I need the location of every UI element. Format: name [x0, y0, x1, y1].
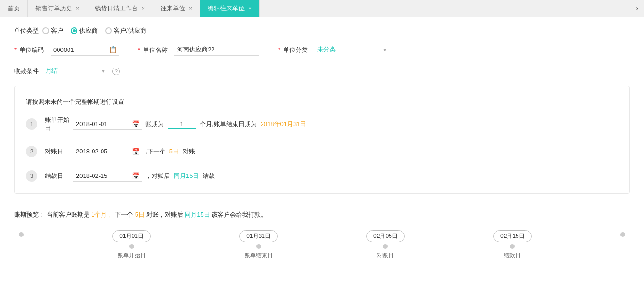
- preview-text: 账期预览： 当前客户账期是 1个月， 下一个 5日 对账，对账后 同月15日 该…: [14, 211, 630, 219]
- payment-day-date-wrapper: 📅: [73, 170, 142, 182]
- billing-start-row: 1 账单开始日 📅 账期为 个月,账单结束日期为 2018年01月31日: [26, 116, 618, 133]
- timeline-label-3: 对账日: [377, 252, 394, 260]
- reconcile-date-wrapper: 📅: [73, 146, 142, 157]
- timeline-start-node: [19, 230, 24, 237]
- preview-text-after: 该客户会给我打款。: [212, 211, 267, 218]
- preview-text-mid: 下一个: [115, 211, 133, 218]
- reconcile-date-input[interactable]: [73, 146, 130, 157]
- unit-code-input[interactable]: [51, 44, 107, 55]
- row-num-3: 3: [26, 170, 37, 182]
- payment-day-content: 📅 ，对账后 同月15日 结款: [73, 170, 215, 182]
- timeline-start-dot: [19, 232, 24, 237]
- preview-highlight1: 1个月，: [91, 211, 113, 218]
- timeline-node-4: 02月15日 结款日: [493, 230, 532, 260]
- timeline-connector-4: [532, 238, 620, 238]
- unit-code-required-star: *: [14, 46, 17, 53]
- close-tab-edit-partner[interactable]: ×: [248, 5, 252, 12]
- timeline-pill-4: 02月15日: [493, 230, 532, 242]
- reconcile-prefix: ,下一个: [145, 147, 166, 156]
- tab-edit-partner[interactable]: 编辑往来单位 ×: [200, 0, 260, 17]
- timeline-dot-1: [129, 244, 134, 249]
- timeline-connector-3: [405, 238, 493, 238]
- payment-day-suffix: 结款: [203, 172, 215, 180]
- preview-label: 账期预览：: [14, 211, 45, 218]
- timeline-end-dot: [620, 232, 625, 237]
- timeline-label-2: 账单结束日: [245, 252, 273, 260]
- timeline-dot-3: [383, 244, 388, 249]
- section-title: 请按照未来的一个完整帐期进行设置: [26, 98, 618, 106]
- payment-day-label: 结款日: [45, 172, 73, 180]
- main-content: 单位类型 客户 供应商 客户/供应商 * 单位编码 📋: [0, 17, 644, 287]
- preview-highlight3: 同月15日: [185, 211, 210, 218]
- billing-period-label: 账期为: [145, 120, 164, 128]
- billing-end-date-highlight: 2018年01月31日: [261, 120, 306, 128]
- unit-category-label: 单位分类: [283, 46, 308, 54]
- reconcile-calendar-icon[interactable]: 📅: [130, 148, 142, 155]
- timeline: 01月01日 账单开始日 01月31日 账单结束日 02月05日 对账日: [14, 230, 630, 260]
- tab-sales-history[interactable]: 销售订单历史 ×: [28, 0, 87, 17]
- radio-customer[interactable]: 客户: [42, 26, 63, 35]
- preview-highlight2: 5日: [135, 211, 144, 218]
- radio-both[interactable]: 客户/供应商: [105, 26, 146, 35]
- reconcile-day-highlight: 5日: [169, 147, 179, 156]
- billing-start-label: 账单开始日: [45, 116, 73, 133]
- billing-start-content: 📅 账期为 个月,账单结束日期为 2018年01月31日: [73, 118, 306, 130]
- payment-dropdown[interactable]: 月结 ▼: [42, 65, 109, 77]
- unit-name-input[interactable]: [174, 44, 259, 56]
- timeline-pill-3: 02月05日: [366, 230, 405, 242]
- billing-start-date-input[interactable]: [73, 118, 130, 129]
- payment-value: 月结: [45, 67, 99, 75]
- timeline-connector-0: [24, 238, 112, 238]
- unit-type-row: 单位类型 客户 供应商 客户/供应商: [14, 26, 630, 35]
- billing-start-calendar-icon[interactable]: 📅: [130, 120, 142, 128]
- payment-day-date-input[interactable]: [73, 170, 130, 181]
- timeline-connector-1: [151, 238, 239, 238]
- close-tab-partner-unit[interactable]: ×: [189, 5, 192, 12]
- payment-day-prefix: ，对账后: [145, 172, 170, 180]
- timeline-node-1: 01月01日 账单开始日: [112, 230, 151, 260]
- billing-start-date-wrapper: 📅: [73, 118, 142, 130]
- unit-name-required-star: *: [138, 46, 140, 53]
- billing-period-suffix: 个月,账单结束日期为: [200, 120, 257, 128]
- payment-day-calendar-icon[interactable]: 📅: [130, 172, 142, 180]
- timeline-label-4: 结款日: [504, 252, 521, 260]
- tab-more-button[interactable]: ›: [630, 4, 644, 13]
- unit-category-value: 未分类: [317, 45, 381, 54]
- unit-category-required-star: *: [278, 46, 280, 53]
- unit-code-copy-icon[interactable]: 📋: [107, 46, 119, 53]
- row-num-1: 1: [26, 118, 37, 130]
- unit-type-label: 单位类型: [14, 26, 39, 35]
- timeline-pill-1: 01月01日: [112, 230, 151, 242]
- timeline-end-node: [620, 230, 625, 237]
- radio-supplier[interactable]: 供应商: [71, 26, 98, 35]
- close-tab-sales-history[interactable]: ×: [76, 5, 79, 12]
- tab-partner-unit[interactable]: 往来单位 ×: [153, 0, 200, 17]
- account-period-section: 请按照未来的一个完整帐期进行设置 1 账单开始日 📅 账期为 个月,账单结束日期…: [14, 86, 630, 194]
- unit-name-label: 单位名称: [143, 46, 168, 54]
- timeline-node-2: 01月31日 账单结束日: [239, 230, 278, 260]
- tab-bar: 首页 销售订单历史 × 钱货日清工作台 × 往来单位 × 编辑往来单位 × ›: [0, 0, 644, 17]
- timeline-label-1: 账单开始日: [118, 252, 146, 260]
- unit-category-arrow-icon: ▼: [382, 47, 387, 52]
- preview-text-mid2: 对账，对账后: [146, 211, 183, 218]
- reconcile-suffix: 对账: [183, 147, 195, 156]
- timeline-dot-4: [510, 244, 515, 249]
- tab-home[interactable]: 首页: [0, 0, 28, 17]
- close-tab-cash-work[interactable]: ×: [142, 5, 145, 12]
- tab-cash-work[interactable]: 钱货日清工作台 ×: [87, 0, 153, 17]
- unit-info-row: * 单位编码 📋 * 单位名称 * 单位分类 未分类 ▼: [14, 43, 630, 56]
- billing-period-input[interactable]: [168, 119, 196, 129]
- preview-section: 账期预览： 当前客户账期是 1个月， 下一个 5日 对账，对账后 同月15日 该…: [14, 203, 630, 260]
- radio-circle-both: [105, 27, 112, 34]
- payment-row: 收款条件 月结 ▼ ?: [14, 65, 630, 77]
- unit-category-dropdown[interactable]: 未分类 ▼: [314, 43, 390, 56]
- payment-day-row: 3 结款日 📅 ，对账后 同月15日 结款: [26, 170, 618, 182]
- row-num-2: 2: [26, 146, 37, 157]
- payment-help-icon[interactable]: ?: [112, 68, 120, 75]
- unit-code-input-wrapper: 📋: [51, 44, 119, 56]
- timeline-connector-2: [278, 238, 366, 238]
- reconcile-content: 📅 ,下一个 5日 对账: [73, 146, 195, 157]
- reconcile-label: 对账日: [45, 147, 73, 156]
- timeline-pill-2: 01月31日: [239, 230, 278, 242]
- radio-circle-supplier: [71, 27, 77, 34]
